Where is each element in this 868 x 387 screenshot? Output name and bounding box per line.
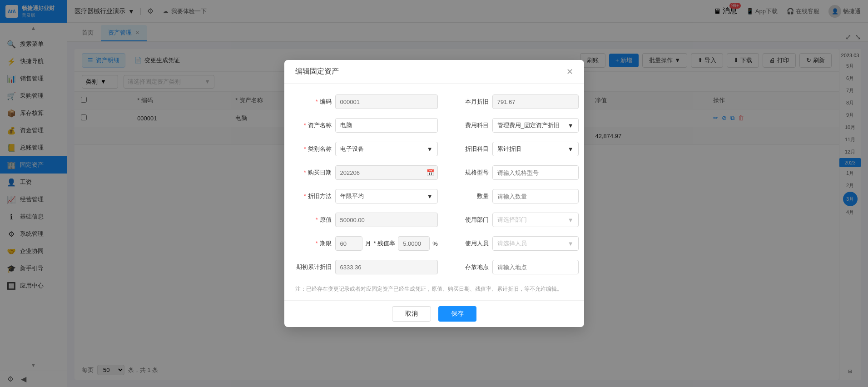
dialog-footer: 取消 保存	[284, 300, 584, 327]
form-row-purchase-date: 购买日期 📅	[295, 165, 438, 180]
form-row-spec: 规格型号	[452, 165, 579, 180]
dep-method-value: 年限平均	[340, 192, 364, 200]
form-row-dep-method: 折旧方法 年限平均 ▼	[295, 189, 438, 203]
dep-subject-dropdown-icon: ▼	[568, 146, 574, 153]
location-label: 存放地点	[452, 263, 489, 271]
category-value: 电子设备	[340, 145, 364, 153]
form-row-original-value: 原值	[295, 213, 438, 227]
user-select[interactable]: 请选择人员 ▼	[492, 236, 579, 251]
code-label: 编码	[295, 98, 332, 106]
asset-name-label: 资产名称	[295, 121, 332, 129]
form-row-code: 编码	[295, 94, 438, 109]
user-placeholder: 请选择人员	[497, 239, 527, 248]
residual-rate-label: * 残值率	[374, 239, 396, 248]
expense-subject-label: 费用科目	[452, 121, 489, 129]
form-row-expense-subject: 费用科目 管理费用_固定资产折旧 ▼	[452, 118, 579, 133]
period-label: 期限	[295, 239, 332, 248]
dep-method-dropdown-icon: ▼	[427, 193, 433, 200]
dialog-note: 注：已经存在变更记录或者对应固定资产已经生成凭证，原值、购买日期、残值率、累计折…	[284, 285, 584, 300]
asset-name-input[interactable]	[335, 118, 438, 133]
code-input[interactable]	[335, 94, 438, 109]
dep-method-label: 折旧方法	[295, 192, 332, 200]
form-row-opening-accum-dep: 期初累计折旧	[295, 260, 438, 274]
expense-subject-select[interactable]: 管理费用_固定资产折旧 ▼	[492, 118, 579, 133]
dept-placeholder: 请选择部门	[497, 216, 527, 224]
form-row-user: 使用人员 请选择人员 ▼	[452, 236, 579, 251]
calendar-icon: 📅	[427, 169, 434, 176]
cancel-button[interactable]: 取消	[392, 306, 431, 322]
form-row-period: 期限 月 * 残值率 %	[295, 236, 438, 251]
purchase-date-label: 购买日期	[295, 169, 332, 177]
dept-select[interactable]: 请选择部门 ▼	[492, 213, 579, 227]
period-inline: 月 * 残值率 %	[335, 236, 438, 251]
save-button[interactable]: 保存	[438, 306, 476, 322]
form-row-dept: 使用部门 请选择部门 ▼	[452, 213, 579, 227]
category-dropdown-icon: ▼	[427, 146, 433, 153]
form-row-dep-subject: 折旧科目 累计折旧 ▼	[452, 142, 579, 156]
dept-dropdown-icon: ▼	[568, 217, 574, 223]
quantity-input[interactable]	[492, 189, 579, 203]
residual-rate-unit: %	[432, 240, 438, 247]
form-row-category: 类别名称 电子设备 ▼	[295, 142, 438, 156]
dep-subject-label: 折旧科目	[452, 145, 489, 153]
dialog-body: 编码 本月折旧 资产名称 费用科目 管理费用_固定资产折旧 ▼	[284, 84, 584, 285]
purchase-date-wrap: 📅	[335, 165, 438, 180]
form-row-monthly-dep: 本月折旧	[452, 94, 579, 109]
quantity-label: 数量	[452, 192, 489, 200]
modal-overlay: 编辑固定资产 ✕ 编码 本月折旧 资产名称 费用科目 管	[0, 0, 868, 387]
category-select[interactable]: 电子设备 ▼	[335, 142, 438, 156]
category-label: 类别名称	[295, 145, 332, 153]
residual-rate-input[interactable]	[398, 236, 430, 251]
opening-accum-dep-label: 期初累计折旧	[295, 263, 332, 271]
period-input[interactable]	[335, 236, 362, 251]
user-dropdown-icon: ▼	[568, 240, 574, 247]
spec-label: 规格型号	[452, 169, 489, 177]
monthly-dep-input	[492, 94, 579, 109]
form-row-asset-name: 资产名称	[295, 118, 438, 133]
monthly-dep-label: 本月折旧	[452, 98, 489, 106]
original-value-label: 原值	[295, 216, 332, 224]
edit-asset-dialog: 编辑固定资产 ✕ 编码 本月折旧 资产名称 费用科目 管	[284, 60, 584, 327]
dep-subject-value: 累计折旧	[497, 145, 521, 153]
dept-label: 使用部门	[452, 216, 489, 224]
dep-method-select[interactable]: 年限平均 ▼	[335, 189, 438, 203]
location-input[interactable]	[492, 260, 579, 274]
user-label: 使用人员	[452, 239, 489, 248]
spec-input[interactable]	[492, 165, 579, 180]
form-row-quantity: 数量	[452, 189, 579, 203]
expense-subject-value: 管理费用_固定资产折旧	[497, 121, 560, 129]
period-unit: 月	[365, 239, 371, 248]
dialog-note-text: 注：已经存在变更记录或者对应固定资产已经生成凭证，原值、购买日期、残值率、累计折…	[295, 286, 562, 292]
original-value-input[interactable]	[335, 213, 438, 227]
dialog-title: 编辑固定资产	[295, 67, 339, 76]
form-row-location: 存放地点	[452, 260, 579, 274]
purchase-date-input[interactable]	[335, 165, 438, 180]
dialog-close-btn[interactable]: ✕	[566, 67, 573, 77]
expense-subject-dropdown-icon: ▼	[568, 122, 574, 129]
dep-subject-select[interactable]: 累计折旧 ▼	[492, 142, 579, 156]
dialog-header: 编辑固定资产 ✕	[284, 60, 584, 84]
opening-accum-dep-input[interactable]	[335, 260, 438, 274]
